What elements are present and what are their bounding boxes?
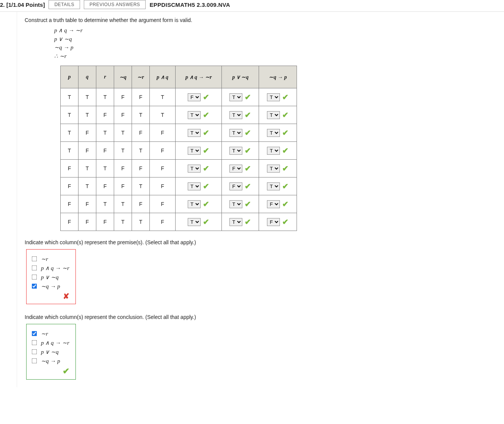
- tf-select[interactable]: TF: [229, 165, 242, 173]
- tf-select[interactable]: TF: [188, 147, 201, 155]
- th-nr: ∼r: [132, 66, 150, 88]
- conclusion-question: Indicate which column(s) represent the c…: [25, 314, 496, 320]
- previous-answers-button[interactable]: PREVIOUS ANSWERS: [84, 0, 146, 9]
- tf-select[interactable]: TF: [267, 165, 280, 173]
- check-icon: ✔: [245, 164, 251, 173]
- tf-select[interactable]: TF: [267, 218, 280, 226]
- tf-select[interactable]: TF: [229, 93, 242, 101]
- table-row: FFFTTFTF✔TF✔TF✔: [61, 213, 297, 231]
- cell-r: T: [96, 88, 114, 106]
- cell-select: TF✔: [176, 142, 222, 160]
- cell-pq: F: [150, 213, 176, 231]
- cell-select: TF✔: [259, 213, 297, 231]
- prompt-text: Construct a truth table to determine whe…: [25, 17, 496, 23]
- cell-p: F: [61, 195, 79, 213]
- tf-select[interactable]: TF: [267, 93, 280, 101]
- tf-select[interactable]: TF: [267, 147, 280, 155]
- cell-nq: F: [114, 160, 132, 177]
- cell-r: T: [96, 195, 114, 213]
- cell-select: TF✔: [222, 213, 259, 231]
- conclusion-line: ∴ ∼r: [54, 52, 496, 61]
- cell-nr: F: [132, 160, 150, 177]
- table-row: FFTTFFTF✔TF✔TF✔: [61, 195, 297, 213]
- premise-opt-nr[interactable]: [32, 256, 37, 262]
- cell-select: TF✔: [176, 177, 222, 195]
- cell-nr: F: [132, 195, 150, 213]
- tf-select[interactable]: TF: [267, 111, 280, 119]
- tf-select[interactable]: TF: [188, 218, 201, 226]
- premise-opt-pandq-to-nr[interactable]: [32, 265, 37, 271]
- tf-select[interactable]: TF: [229, 182, 242, 190]
- tf-select[interactable]: TF: [267, 182, 280, 190]
- cell-nr: F: [132, 124, 150, 142]
- correct-icon: ✔: [63, 366, 69, 376]
- cell-nr: T: [132, 142, 150, 160]
- cell-p: T: [61, 106, 79, 124]
- cell-select: TF✔: [222, 88, 259, 106]
- tf-select[interactable]: TF: [188, 111, 201, 119]
- check-icon: ✔: [282, 146, 289, 155]
- cell-p: T: [61, 142, 79, 160]
- premise-opt-p-or-nq[interactable]: [32, 275, 37, 280]
- cell-select: TF✔: [176, 213, 222, 231]
- tf-select[interactable]: TF: [188, 129, 201, 137]
- tf-select[interactable]: TF: [229, 129, 242, 137]
- tf-select[interactable]: TF: [229, 147, 242, 155]
- cell-select: TF✔: [259, 106, 297, 124]
- check-icon: ✔: [203, 128, 209, 137]
- check-icon: ✔: [203, 217, 209, 226]
- cell-q: T: [79, 106, 96, 124]
- tf-select[interactable]: TF: [188, 165, 201, 173]
- cell-select: TF✔: [176, 160, 222, 177]
- cell-pq: T: [150, 88, 176, 106]
- cell-select: TF✔: [222, 195, 259, 213]
- th-r: r: [96, 66, 114, 88]
- cell-q: F: [79, 142, 96, 160]
- cell-nq: T: [114, 213, 132, 231]
- cell-p: T: [61, 88, 79, 106]
- premise-group: ∼r p ∧ q → ∼r p ∨ ∼q ∼q → p ✘: [26, 249, 76, 304]
- check-icon: ✔: [203, 199, 209, 209]
- th-nq: ∼q: [114, 66, 132, 88]
- cell-p: T: [61, 124, 79, 142]
- cell-p: F: [61, 213, 79, 231]
- check-icon: ✔: [203, 146, 209, 155]
- conclusion-opt-pandq-to-nr[interactable]: [32, 340, 37, 345]
- tf-select[interactable]: TF: [267, 129, 280, 137]
- cell-select: TF✔: [259, 142, 297, 160]
- check-icon: ✔: [245, 182, 251, 191]
- check-icon: ✔: [282, 217, 289, 226]
- tf-select[interactable]: TF: [229, 200, 242, 208]
- tf-select[interactable]: TF: [267, 200, 280, 208]
- th-p: p: [61, 66, 79, 88]
- conclusion-opt-p-or-nq[interactable]: [32, 349, 37, 355]
- tf-select[interactable]: TF: [188, 182, 201, 190]
- check-icon: ✔: [282, 93, 289, 102]
- tf-select[interactable]: TF: [229, 111, 242, 119]
- check-icon: ✔: [282, 164, 289, 173]
- cell-nr: T: [132, 177, 150, 195]
- cell-q: F: [79, 124, 96, 142]
- tf-select[interactable]: TF: [188, 93, 201, 101]
- cell-r: F: [96, 106, 114, 124]
- cell-select: TF✔: [222, 142, 259, 160]
- premise-2: p ∨ ∼q: [54, 35, 496, 44]
- cell-nr: T: [132, 213, 150, 231]
- premise-question: Indicate which column(s) represent the p…: [25, 239, 496, 245]
- cell-q: T: [79, 160, 96, 177]
- th-pandq: p ∧ q: [150, 66, 176, 88]
- premise-3: ∼q → p: [54, 43, 496, 52]
- details-button[interactable]: DETAILS: [49, 0, 80, 9]
- table-row: TTFFTTTF✔TF✔TF✔: [61, 106, 297, 124]
- cell-select: TF✔: [259, 160, 297, 177]
- premise-opt-nq-to-p[interactable]: [32, 284, 37, 289]
- cell-select: TF✔: [222, 106, 259, 124]
- tf-select[interactable]: TF: [229, 218, 242, 226]
- tf-select[interactable]: TF: [188, 200, 201, 208]
- check-icon: ✔: [203, 164, 209, 173]
- conclusion-opt-nq-to-p[interactable]: [32, 358, 37, 364]
- cell-nq: F: [114, 106, 132, 124]
- check-icon: ✔: [245, 110, 251, 119]
- cell-select: TF✔: [176, 88, 222, 106]
- conclusion-opt-nr[interactable]: [32, 331, 37, 336]
